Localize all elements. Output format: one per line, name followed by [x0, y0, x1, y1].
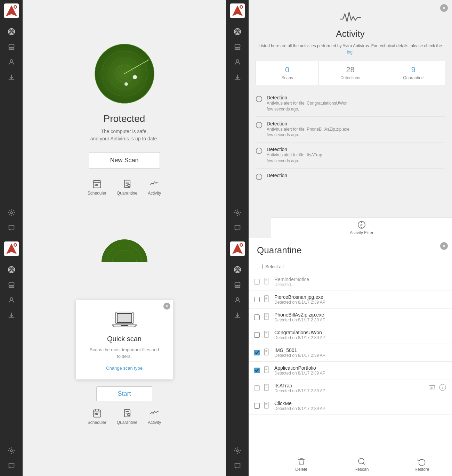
sidebar-user-4[interactable]: [231, 294, 244, 307]
radar-animation: [93, 42, 156, 105]
q-checkbox-0[interactable]: [254, 279, 260, 285]
quarantine-item-7: ClickMe Detected on 8/1/17 2:39 AP: [249, 397, 452, 415]
sidebar-shield-2[interactable]: [231, 40, 244, 54]
change-scan-type-link[interactable]: Change scan type: [106, 366, 143, 371]
panel-protected: Protected The computer is safe, and your…: [0, 0, 226, 238]
activity-label-3: Activity: [148, 420, 161, 425]
activity-nav-3[interactable]: Activity: [148, 408, 161, 425]
svg-point-60: [14, 244, 16, 246]
q-file-icon-3: [263, 330, 271, 339]
sidebar-4: [226, 238, 249, 476]
q-file-icon-4: [263, 348, 271, 357]
scheduler-icon-3: [92, 408, 102, 418]
sidebar-user-2[interactable]: [231, 56, 244, 69]
sidebar-settings-icon[interactable]: [5, 206, 18, 219]
quick-scan-dialog: × Quick scan Scans the most important fi…: [76, 300, 173, 379]
activity-item-content-3: Detection Antivirus alert for file: ItsA…: [267, 147, 322, 164]
new-scan-button[interactable]: New Scan: [89, 152, 160, 169]
svg-point-9: [10, 60, 13, 62]
select-all-checkbox[interactable]: [257, 264, 263, 269]
svg-rect-79: [97, 413, 98, 415]
activity-nav-icon: [150, 179, 159, 189]
sidebar-scan-3[interactable]: [5, 263, 18, 276]
restore-footer-action[interactable]: Restore: [392, 453, 452, 476]
q-checkbox-2[interactable]: [254, 314, 260, 320]
sidebar-scan-4[interactable]: [231, 263, 244, 276]
avira-logo-3: [4, 241, 19, 257]
sidebar-settings-2[interactable]: [231, 206, 244, 219]
svg-point-41: [236, 60, 239, 62]
svg-rect-64: [9, 282, 14, 286]
sidebar-scan-2[interactable]: [231, 25, 244, 38]
activity-nav-item[interactable]: Activity: [148, 179, 161, 196]
sidebar-chat-4[interactable]: [231, 459, 244, 473]
sidebar-user-3[interactable]: [5, 294, 18, 307]
svg-point-95: [236, 450, 239, 452]
q-info-item-6[interactable]: [439, 384, 446, 393]
detection-icon-4: [256, 173, 263, 182]
sidebar-1: [0, 0, 23, 238]
q-file-icon-0: [263, 277, 271, 286]
sidebar-shield-4[interactable]: [231, 278, 244, 292]
protected-status: Protected: [104, 113, 145, 124]
dialog-close-btn[interactable]: ×: [163, 303, 170, 310]
q-file-icon-7: [263, 401, 271, 410]
sidebar-settings-4[interactable]: [231, 444, 244, 457]
svg-rect-122: [265, 402, 268, 408]
quarantine-header: Quarantine: [249, 238, 452, 260]
quarantine-stat[interactable]: 9 Quarantine: [382, 61, 445, 85]
svg-rect-7: [9, 44, 14, 48]
svg-rect-8: [9, 48, 14, 50]
start-scan-button[interactable]: Start: [96, 386, 152, 401]
svg-rect-107: [265, 331, 268, 337]
detection-icon-1: [256, 96, 263, 104]
q-checkbox-5[interactable]: [254, 368, 260, 373]
sidebar-download-4[interactable]: [231, 309, 244, 322]
rescan-footer-action[interactable]: Rescan: [331, 453, 392, 476]
scheduler-label: Scheduler: [88, 191, 106, 196]
q-file-icon-2: [263, 313, 271, 322]
svg-rect-24: [95, 184, 96, 186]
q-checkbox-3[interactable]: [254, 332, 260, 338]
restore-footer-label: Restore: [414, 467, 429, 472]
q-checkbox-7[interactable]: [254, 403, 260, 409]
sidebar-download-2[interactable]: [231, 71, 244, 84]
q-checkbox-1[interactable]: [254, 297, 260, 302]
sidebar-shield-3[interactable]: [5, 278, 18, 292]
sidebar-chat-3[interactable]: [5, 459, 18, 473]
scans-stat[interactable]: 0 Scans: [256, 61, 319, 85]
activity-item-2: Detection Antivirus alert for file: Phon…: [256, 117, 445, 143]
svg-rect-65: [9, 286, 14, 288]
sidebar-chat-2[interactable]: [231, 221, 244, 235]
activity-log-link[interactable]: log: [347, 50, 353, 55]
svg-point-37: [235, 30, 239, 34]
quick-scan-title: Quick scan: [107, 335, 142, 343]
svg-point-68: [101, 239, 147, 262]
q-checkbox-4[interactable]: [254, 350, 260, 355]
svg-point-125: [358, 458, 364, 464]
activity-close-btn[interactable]: ×: [440, 4, 448, 12]
sidebar-settings-3[interactable]: [5, 444, 18, 457]
svg-point-90: [235, 268, 239, 272]
quarantine-close-btn[interactable]: ×: [440, 242, 448, 250]
sidebar-user-icon[interactable]: [5, 56, 18, 69]
sidebar-scan-icon[interactable]: [5, 25, 18, 38]
sidebar-download-icon[interactable]: [5, 71, 18, 84]
sidebar-download-3[interactable]: [5, 309, 18, 322]
svg-point-5: [11, 31, 12, 32]
quarantine-nav-item[interactable]: Quarantine: [117, 179, 137, 196]
svg-rect-39: [235, 44, 240, 48]
activity-item-3: Detection Antivirus alert for file: ItsA…: [256, 142, 445, 169]
activity-filter-bar[interactable]: Activity Filter: [271, 218, 452, 238]
q-checkbox-6[interactable]: [254, 385, 260, 391]
q-delete-item-6[interactable]: [428, 384, 436, 393]
sidebar-shield-icon[interactable]: [5, 40, 18, 54]
partial-radar: [98, 238, 151, 262]
quarantine-nav-icon: [122, 179, 132, 189]
scheduler-nav-3[interactable]: Scheduler: [88, 408, 106, 425]
delete-footer-action[interactable]: Delete: [271, 453, 331, 476]
scheduler-nav-item[interactable]: Scheduler: [88, 179, 106, 196]
sidebar-chat-icon[interactable]: [5, 221, 18, 235]
quarantine-nav-3[interactable]: Quarantine: [117, 408, 137, 425]
detections-stat[interactable]: 28 Detections: [319, 61, 382, 85]
